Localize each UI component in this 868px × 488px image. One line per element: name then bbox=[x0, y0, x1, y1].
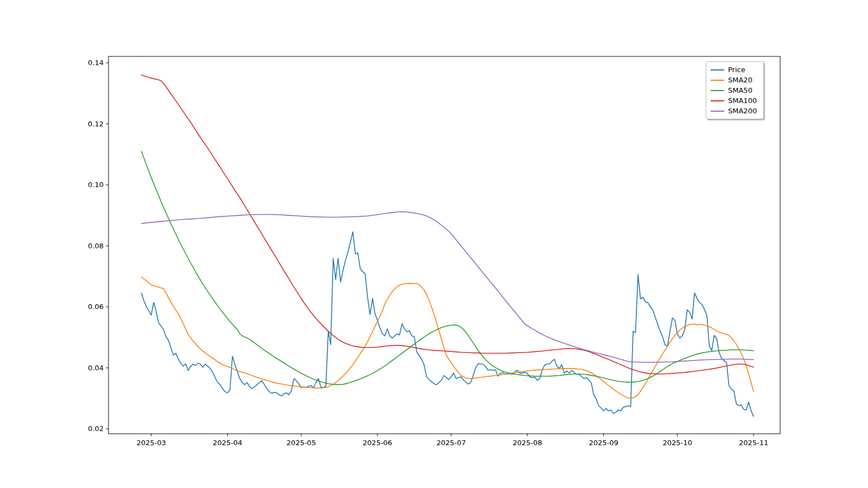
x-tick-label: 2025-07 bbox=[437, 439, 466, 447]
y-tick-label: 0.12 bbox=[88, 120, 104, 128]
x-tick-label: 2025-06 bbox=[363, 439, 392, 447]
series-line-sma50 bbox=[142, 151, 754, 384]
legend-label-price: Price bbox=[728, 65, 745, 75]
legend-label-sma20: SMA20 bbox=[728, 75, 752, 85]
legend-label-sma100: SMA100 bbox=[728, 95, 757, 106]
sma200-line-swatch bbox=[711, 111, 724, 112]
y-tick-label: 0.02 bbox=[88, 425, 104, 433]
series-line-sma20 bbox=[142, 277, 754, 399]
y-tick-label: 0.14 bbox=[88, 59, 104, 67]
sma100-line-swatch bbox=[711, 100, 724, 101]
y-tick-label: 0.08 bbox=[88, 242, 104, 250]
legend-item-price: Price bbox=[711, 65, 759, 75]
y-tick-label: 0.04 bbox=[88, 364, 104, 372]
legend-item-sma100: SMA100 bbox=[711, 95, 759, 106]
y-tick-label: 0.06 bbox=[88, 303, 104, 311]
x-tick-label: 2025-03 bbox=[137, 439, 166, 447]
sma20-line-swatch bbox=[711, 80, 724, 81]
price-line-swatch bbox=[711, 69, 724, 70]
x-tick-label: 2025-11 bbox=[739, 439, 768, 447]
legend-item-sma20: SMA20 bbox=[711, 75, 759, 85]
series-line-price bbox=[142, 232, 754, 416]
plot-border bbox=[108, 56, 780, 434]
x-tick-label: 2025-09 bbox=[589, 439, 618, 447]
legend-item-sma50: SMA50 bbox=[711, 85, 759, 95]
x-tick-label: 2025-10 bbox=[662, 439, 692, 447]
y-tick-label: 0.10 bbox=[88, 181, 104, 189]
legend-item-sma200: SMA200 bbox=[711, 106, 759, 116]
legend: Price SMA20 SMA50 SMA100 SMA200 bbox=[706, 61, 764, 119]
sma50-line-swatch bbox=[711, 90, 724, 91]
x-tick-label: 2025-05 bbox=[286, 439, 316, 447]
legend-label-sma50: SMA50 bbox=[728, 85, 752, 95]
chart-figure: 2025-032025-042025-052025-062025-072025-… bbox=[0, 0, 868, 488]
legend-label-sma200: SMA200 bbox=[728, 106, 757, 116]
x-tick-label: 2025-08 bbox=[513, 439, 542, 447]
series-line-sma100 bbox=[142, 75, 754, 374]
x-tick-label: 2025-04 bbox=[213, 439, 242, 447]
series-line-sma200 bbox=[142, 211, 754, 362]
